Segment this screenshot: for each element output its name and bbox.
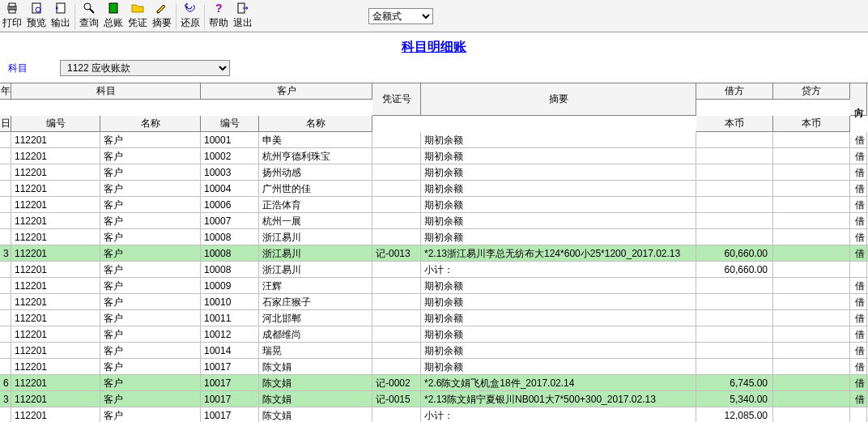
table-row[interactable]: 112201客户10009汪辉期初余额借 <box>0 278 868 294</box>
table-row[interactable]: 112201客户10010石家庄猴子期初余额借 <box>0 294 868 310</box>
cell-voucher-no <box>372 132 421 147</box>
cell-date <box>0 278 11 293</box>
cell-summary: 小计： <box>421 407 696 422</box>
table-row[interactable]: 3112201客户10008浙江易川记-0013*2.13浙江易川李总无纺布大1… <box>0 245 868 262</box>
format-select[interactable]: 金额式 <box>368 8 433 24</box>
cell-name: 客户 <box>100 148 201 164</box>
preview-icon <box>30 2 43 15</box>
cell-voucher-no <box>372 164 421 180</box>
cell-direction: 借 <box>850 164 867 180</box>
grid: 年 科目 客户 凭证号 摘要 借方 贷方 方向 日 编号 名称 编号 名称 本币… <box>0 83 868 422</box>
table-row[interactable]: 112201客户10014瑞晃期初余额借 <box>0 343 868 359</box>
divider <box>74 4 75 30</box>
cell-customer-name: 成都维尚 <box>259 326 372 342</box>
cell-debit <box>696 278 773 293</box>
ledger-button[interactable]: 总账 <box>101 0 126 31</box>
cell-debit: 12,085.00 <box>696 407 773 422</box>
table-row[interactable]: 6112201客户10017陈文娟记-0002*2.6陈文娟飞机盒18件_201… <box>0 375 868 391</box>
undo-icon <box>184 2 197 15</box>
cell-voucher-no: 记-0002 <box>372 375 421 390</box>
cell-credit <box>773 375 850 390</box>
cell-name: 客户 <box>100 343 201 358</box>
table-row[interactable]: 112201客户10012成都维尚期初余额借 <box>0 326 868 343</box>
restore-button[interactable]: 还原 <box>178 0 202 31</box>
cell-customer-code: 10004 <box>201 181 259 196</box>
cell-name: 客户 <box>100 278 201 293</box>
cell-voucher-no <box>372 278 421 293</box>
voucher-button[interactable]: 凭证 <box>126 0 150 31</box>
cell-date <box>0 132 11 147</box>
table-row[interactable]: 112201客户10008浙江易川期初余额借 <box>0 229 868 245</box>
cell-date <box>0 148 11 164</box>
cell-direction <box>850 407 867 422</box>
cell-customer-name: 陈文娟 <box>259 407 372 422</box>
output-button[interactable]: 输出 <box>49 0 73 31</box>
subject-select[interactable]: 1122 应收账款 <box>60 60 230 76</box>
col-ccode: 编号 <box>201 116 259 132</box>
cell-credit <box>773 181 850 196</box>
cell-direction: 借 <box>850 148 867 164</box>
cell-credit <box>773 229 850 245</box>
cell-direction: 借 <box>850 294 867 309</box>
page-title: 科目明细账 <box>402 39 466 56</box>
table-row[interactable]: 112201客户10007杭州一展期初余额借 <box>0 213 868 229</box>
cell-name: 客户 <box>100 359 201 374</box>
table-row[interactable]: 112201客户10006正浩体育期初余额借 <box>0 197 868 213</box>
table-row[interactable]: 112201客户10017陈文娟期初余额借 <box>0 359 868 375</box>
cell-date <box>0 407 11 422</box>
preview-button[interactable]: 预览 <box>24 0 49 31</box>
cell-credit <box>773 262 850 277</box>
cell-code: 112201 <box>11 310 100 326</box>
cell-name: 客户 <box>100 294 201 309</box>
exit-button[interactable]: 退出 <box>231 0 255 31</box>
rows-container: 112201客户10001申美期初余额借112201客户10002杭州亨德利珠宝… <box>0 132 868 422</box>
svg-text:?: ? <box>215 2 223 15</box>
cell-summary: 期初余额 <box>421 310 696 326</box>
table-row[interactable]: 112201客户10004广州世的佳期初余额借 <box>0 181 868 197</box>
pencil-icon <box>155 2 168 15</box>
table-row[interactable]: 3112201客户10017陈文娟记-0015*2.13陈文娟宁夏银川NB001… <box>0 391 868 407</box>
search-icon <box>83 2 96 15</box>
cell-code: 112201 <box>11 407 100 422</box>
subject-row: 科目 1122 应收账款 <box>0 57 868 83</box>
cell-date <box>0 310 11 326</box>
table-row[interactable]: 112201客户10008浙江易川小计：60,660.00 <box>0 262 868 278</box>
cell-direction: 借 <box>850 326 867 342</box>
print-button[interactable]: 打印 <box>0 0 24 31</box>
cell-name: 客户 <box>100 245 201 261</box>
table-row[interactable]: 112201客户10011河北邯郸期初余额借 <box>0 310 868 326</box>
cell-customer-code: 10006 <box>201 197 259 212</box>
cell-name: 客户 <box>100 181 201 196</box>
cell-voucher-no <box>372 359 421 374</box>
cell-customer-name: 杭州一展 <box>259 213 372 228</box>
query-button[interactable]: 查询 <box>77 0 101 31</box>
cell-date: 3 <box>0 391 11 407</box>
table-row[interactable]: 112201客户10001申美期初余额借 <box>0 132 868 148</box>
table-row[interactable]: 112201客户10003扬州动感期初余额借 <box>0 164 868 181</box>
cell-direction: 借 <box>850 229 867 245</box>
cell-code: 112201 <box>11 278 100 293</box>
help-button[interactable]: ? 帮助 <box>206 0 231 31</box>
cell-code: 112201 <box>11 132 100 147</box>
cell-customer-code: 10003 <box>201 164 259 180</box>
cell-name: 客户 <box>100 310 201 326</box>
table-row[interactable]: 112201客户10017陈文娟小计：12,085.00 <box>0 407 868 422</box>
cell-credit <box>773 213 850 228</box>
cell-direction: 借 <box>850 132 867 147</box>
table-row[interactable]: 112201客户10002杭州亨德利珠宝期初余额借 <box>0 148 868 164</box>
cell-debit: 6,745.00 <box>696 375 773 390</box>
cell-customer-code: 10017 <box>201 407 259 422</box>
cell-date: 6 <box>0 375 11 390</box>
cell-voucher-no <box>372 148 421 164</box>
cell-voucher-no: 记-0015 <box>372 391 421 407</box>
cell-voucher-no <box>372 294 421 309</box>
cell-credit <box>773 359 850 374</box>
cell-code: 112201 <box>11 343 100 358</box>
cell-direction: 借 <box>850 245 867 261</box>
cell-customer-name: 申美 <box>259 132 372 147</box>
summary-button[interactable]: 摘要 <box>150 0 174 31</box>
cell-direction: 借 <box>850 343 867 358</box>
cell-direction: 借 <box>850 181 867 196</box>
cell-debit <box>696 148 773 164</box>
cell-debit: 60,660.00 <box>696 262 773 277</box>
